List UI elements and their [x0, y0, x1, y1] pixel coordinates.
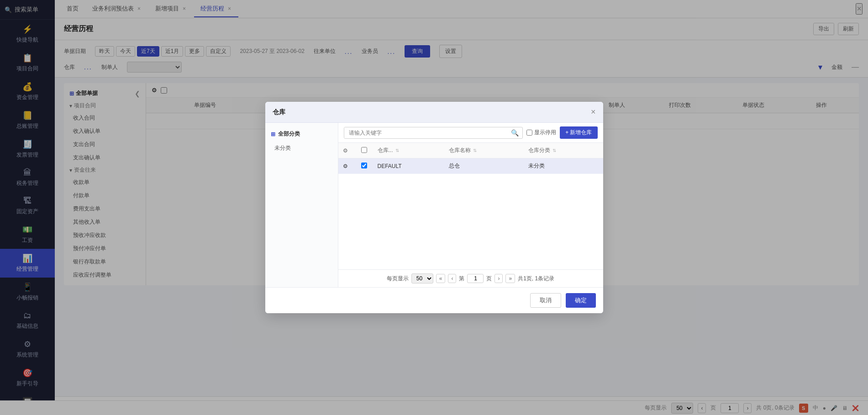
show-disabled-text: 显示停用	[534, 129, 556, 137]
row-name: 总仓	[444, 158, 524, 174]
th-warehouse-category: 仓库分类 ⇅	[524, 143, 603, 158]
modal-per-page-select[interactable]: 50	[411, 273, 433, 284]
modal-page-text-1: 第	[459, 275, 464, 283]
show-disabled-checkbox[interactable]	[526, 130, 532, 136]
modal-search-box: 🔍	[344, 127, 523, 139]
modal-prev-page-button[interactable]: ‹	[448, 274, 456, 283]
modal-left-panel: ⊞ 全部分类 未分类	[265, 123, 338, 287]
modal-body: ⊞ 全部分类 未分类 🔍 显示停用 + 新增仓库	[265, 123, 603, 287]
modal-table: ⚙ 仓库... ⇅ 仓库名称 ⇅	[338, 143, 603, 174]
row-category: 未分类	[524, 158, 603, 174]
modal-close-button[interactable]: ×	[591, 107, 596, 117]
modal-left-item-未分类[interactable]: 未分类	[265, 142, 338, 155]
modal-page-label: 页	[486, 275, 492, 283]
row-code: DEFAULT	[373, 158, 444, 174]
modal-left-title-text: 全部分类	[278, 130, 300, 138]
modal-search-input[interactable]	[344, 127, 508, 138]
modal-toolbar: 🔍 显示停用 + 新增仓库	[338, 123, 603, 143]
modal-table-wrap: ⚙ 仓库... ⇅ 仓库名称 ⇅	[338, 143, 603, 269]
modal-search-icon[interactable]: 🔍	[507, 129, 522, 137]
modal-grid-icon: ⊞	[271, 131, 275, 137]
th-warehouse-name: 仓库名称 ⇅	[444, 143, 524, 158]
th-warehouse-num: 仓库... ⇅	[373, 143, 444, 158]
modal-page-input[interactable]: 1	[467, 274, 484, 283]
th-warehouse-category-label: 仓库分类	[528, 147, 550, 153]
sort-icon-category[interactable]: ⇅	[552, 148, 556, 153]
th-checkbox	[357, 143, 373, 158]
modal-total-label: 共1页, 1条记录	[518, 275, 554, 283]
show-disabled-label: 显示停用	[526, 129, 556, 137]
modal-pagination: 每页显示 50 « ‹ 第 1 页 › » 共1页, 1条记录	[338, 269, 603, 287]
modal-left-title: ⊞ 全部分类	[265, 126, 338, 142]
confirm-button[interactable]: 确定	[566, 293, 596, 308]
modal-next-page-button[interactable]: ›	[494, 274, 503, 283]
modal-last-page-button[interactable]: »	[505, 274, 515, 283]
modal-header: 仓库 ×	[265, 102, 603, 123]
row-check-1[interactable]	[361, 163, 367, 168]
modal-footer: 取消 确定	[265, 287, 603, 313]
sort-icon-name[interactable]: ⇅	[473, 148, 477, 153]
modal-title: 仓库	[273, 108, 285, 116]
modal-overlay: 仓库 × ⊞ 全部分类 未分类 🔍	[0, 0, 868, 415]
row-settings: ⚙	[338, 158, 357, 174]
add-warehouse-button[interactable]: + 新增仓库	[560, 126, 597, 139]
row-checkbox	[357, 158, 373, 174]
modal-per-page-label: 每页显示	[387, 275, 409, 283]
modal-right-panel: 🔍 显示停用 + 新增仓库 ⚙	[338, 123, 603, 287]
th-warehouse-num-label: 仓库...	[378, 147, 393, 153]
cancel-button[interactable]: 取消	[530, 293, 561, 308]
warehouse-modal: 仓库 × ⊞ 全部分类 未分类 🔍	[265, 102, 603, 313]
modal-table-row-1[interactable]: ⚙ DEFAULT 总仓 未分类	[338, 158, 603, 174]
modal-first-page-button[interactable]: «	[436, 274, 446, 283]
th-warehouse-name-label: 仓库名称	[449, 147, 471, 153]
sort-icon-code[interactable]: ⇅	[395, 148, 399, 153]
th-settings: ⚙	[338, 143, 357, 158]
modal-select-all[interactable]	[361, 147, 367, 153]
